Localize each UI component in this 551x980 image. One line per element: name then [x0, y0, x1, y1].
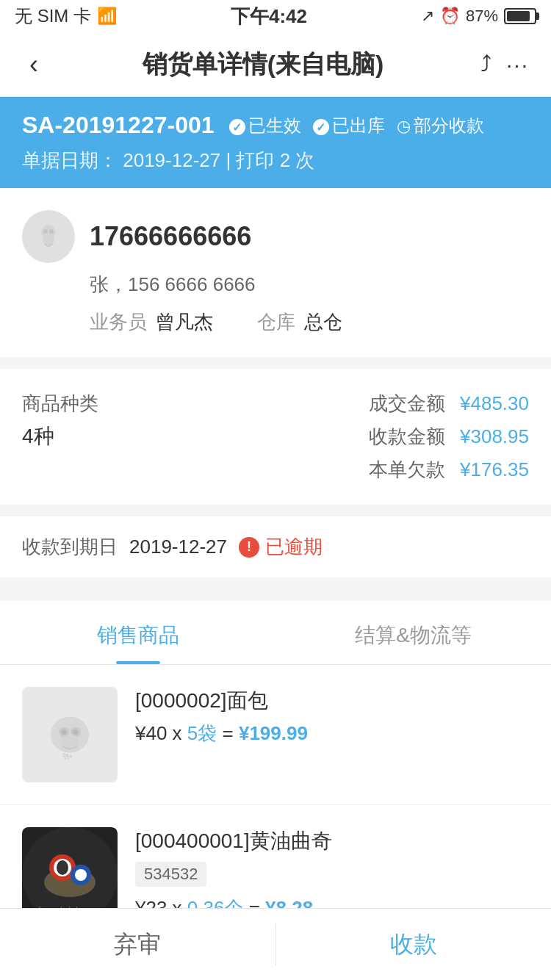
customer-info: 张，156 6666 6666: [22, 272, 529, 298]
carrier-text: 无 SIM 卡: [15, 4, 91, 28]
due-section: 收款到期日 2019-12-27 ! 已逾期: [0, 516, 551, 577]
due-label: 收款到期日: [22, 534, 118, 560]
owl-icon: 鸮+: [44, 709, 96, 760]
overdue-label: 已逾期: [265, 534, 323, 560]
avatar-icon: [34, 222, 63, 251]
nav-right-actions: ⤴ ···: [480, 52, 529, 77]
check-icon: [229, 115, 245, 136]
order-header-top: SA-20191227-001 已生效 已出库 部分收款: [22, 112, 529, 139]
customer-section: 17666666666 张，156 6666 6666 业务员 曾凡杰 仓库 总…: [0, 188, 551, 357]
svg-text:鸮+: 鸮+: [62, 753, 73, 760]
print-count: 2: [280, 149, 290, 171]
stats-section: 商品种类 4种 成交金额 ¥485.30 收款金额 ¥308.95 本单欠款 ¥…: [0, 369, 551, 505]
print-separator: |: [226, 149, 236, 171]
customer-top: 17666666666: [22, 210, 529, 263]
check-icon-2: [313, 115, 329, 136]
product-info-1: [0000002]面包 ¥40 x 5袋 = ¥199.99: [135, 687, 529, 746]
clock-icon: [397, 115, 411, 136]
stat-amount-2: ¥308.95: [460, 425, 529, 448]
status-bar: 无 SIM 卡 📶 下午4:42 ↗ ⏰ 87%: [0, 0, 551, 32]
stat-name-2: 收款金额: [369, 424, 445, 450]
wifi-icon: 📶: [97, 7, 117, 26]
svg-point-9: [61, 735, 79, 748]
product-list: 鸮+ [0000002]面包 ¥40 x 5袋 = ¥199.99: [0, 665, 551, 945]
warehouse-meta: 仓库 总仓: [257, 309, 342, 335]
battery-percent: 87%: [466, 7, 498, 26]
status-left: 无 SIM 卡 📶: [15, 4, 117, 28]
badge-effective-label: 已生效: [248, 114, 301, 137]
product-info-2: [000400001]黄油曲奇 534532 ¥23 x 0.36个 = ¥8.…: [135, 827, 529, 921]
svg-point-8: [73, 729, 78, 735]
owl-placeholder: 鸮+: [22, 687, 118, 782]
overdue-icon: !: [239, 537, 259, 558]
date-label: 单据日期：: [22, 149, 118, 171]
product-name-1: [0000002]面包: [135, 687, 529, 715]
nav-bar: ‹ 销货单详情(来自电脑) ⤴ ···: [0, 32, 551, 97]
location-icon: ↗: [421, 7, 434, 26]
svg-point-3: [43, 234, 54, 245]
customer-name: 17666666666: [90, 221, 251, 252]
date-value: 2019-12-27: [123, 149, 220, 171]
stat-row-2: 收款金额 ¥308.95: [369, 424, 529, 450]
battery-fill: [507, 11, 530, 21]
stat-row-3: 本单欠款 ¥176.35: [369, 457, 529, 483]
stat-row-1: 成交金额 ¥485.30: [369, 391, 529, 417]
product-item-1: 鸮+ [0000002]面包 ¥40 x 5袋 = ¥199.99: [0, 665, 551, 805]
order-header: SA-20191227-001 已生效 已出库 部分收款 单据日期： 2019-…: [0, 97, 551, 188]
tab-settlement[interactable]: 结算&物流等: [276, 601, 551, 664]
product-batch-2: 534532: [135, 862, 206, 887]
order-badges: 已生效 已出库 部分收款: [229, 114, 484, 137]
status-time: 下午4:42: [231, 4, 307, 29]
warehouse-value: 总仓: [304, 309, 342, 335]
sales-label: 业务员: [90, 309, 147, 335]
type-label: 商品种类: [22, 391, 276, 417]
tab-sales-products[interactable]: 销售商品: [0, 601, 276, 664]
equals-1: =: [217, 722, 239, 744]
separator-1: [0, 589, 551, 601]
product-image-1: 鸮+: [22, 687, 118, 782]
alarm-icon: ⏰: [440, 7, 460, 26]
stat-amount-1: ¥485.30: [460, 392, 529, 415]
svg-point-15: [57, 860, 68, 875]
overdue-badge: ! 已逾期: [239, 534, 323, 560]
stats-left: 商品种类 4种: [22, 391, 276, 450]
badge-effective: 已生效: [229, 114, 301, 137]
badge-shipped: 已出库: [313, 114, 385, 137]
badge-shipped-label: 已出库: [332, 114, 385, 137]
page-title: 销货单详情(来自电脑): [143, 48, 384, 82]
confirm-button[interactable]: 收款: [276, 909, 552, 980]
back-button[interactable]: ‹: [22, 42, 46, 87]
customer-avatar: [22, 210, 75, 263]
customer-meta: 业务员 曾凡杰 仓库 总仓: [22, 309, 529, 335]
product-price-1: ¥40 x 5袋 = ¥199.99: [135, 721, 529, 746]
warehouse-label: 仓库: [257, 309, 295, 335]
tab-label-1: 结算&物流等: [355, 624, 472, 646]
print-unit: 次: [295, 149, 314, 171]
svg-point-17: [75, 869, 87, 881]
svg-point-7: [62, 729, 67, 735]
order-date: 单据日期： 2019-12-27 | 打印 2 次: [22, 148, 529, 173]
svg-point-1: [43, 229, 48, 234]
cancel-button[interactable]: 弃审: [0, 909, 276, 980]
badge-partial-label: 部分收款: [414, 114, 484, 137]
status-right: ↗ ⏰ 87%: [421, 7, 536, 26]
stat-name-1: 成交金额: [369, 391, 445, 417]
price-qty-1: 5袋: [187, 722, 217, 744]
tabs: 销售商品 结算&物流等: [0, 601, 551, 665]
price-total-1: ¥199.99: [239, 722, 308, 744]
svg-point-2: [49, 229, 54, 234]
sales-value: 曾凡杰: [156, 309, 213, 335]
stat-name-3: 本单欠款: [369, 457, 445, 483]
battery-icon: [504, 8, 536, 24]
print-label: 打印: [236, 149, 274, 171]
type-value: 4种: [22, 422, 276, 450]
sales-meta: 业务员 曾凡杰: [90, 309, 213, 335]
stat-amount-3: ¥176.35: [460, 458, 529, 481]
bottom-bar: 弃审 收款: [0, 908, 551, 980]
badge-partial: 部分收款: [397, 114, 484, 137]
product-name-2: [000400001]黄油曲奇: [135, 827, 529, 855]
share-button[interactable]: ⤴: [480, 52, 491, 77]
due-date: 2019-12-27: [129, 536, 227, 558]
order-number: SA-20191227-001: [22, 112, 215, 139]
more-button[interactable]: ···: [506, 52, 529, 77]
